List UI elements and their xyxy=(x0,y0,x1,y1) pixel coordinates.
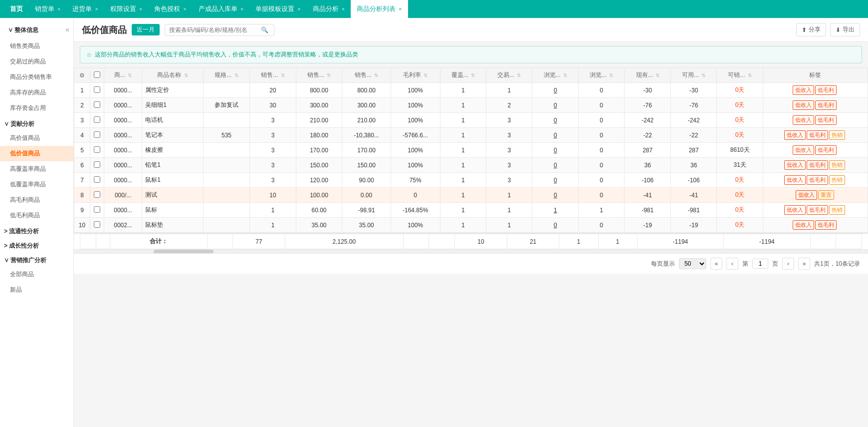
sidebar-item-low-margin[interactable]: 低毛利商品 xyxy=(0,208,73,223)
sidebar-item-category-sales-rate[interactable]: 商品分类销售率 xyxy=(0,69,73,85)
view-link[interactable]: 0 xyxy=(554,132,557,139)
row-view1[interactable]: 0 xyxy=(532,158,578,173)
sidebar-item-sales-goods[interactable]: 销售类商品 xyxy=(0,38,73,54)
data-table-container[interactable]: ⚙ 商... ⇅ 商品名称 ⇅ 规格... ⇅ 销售... ⇅ 销售... ⇅ … xyxy=(74,67,868,233)
next-page-btn[interactable]: › xyxy=(782,258,794,270)
sidebar-item-stock-capital[interactable]: 库存资金占用 xyxy=(0,100,73,116)
search-input[interactable] xyxy=(169,26,259,33)
row-checkbox[interactable] xyxy=(94,101,100,108)
row-checkbox[interactable] xyxy=(94,161,100,168)
first-page-btn[interactable]: « xyxy=(710,258,722,270)
search-icon[interactable]: 🔍 xyxy=(261,26,268,33)
sidebar-item-high-margin[interactable]: 高毛利商品 xyxy=(0,192,73,208)
sidebar-group-circulation[interactable]: > 流通性分析 xyxy=(0,223,73,238)
sidebar-item-high-stock[interactable]: 高库存的商品 xyxy=(0,85,73,100)
sidebar-item-new-goods[interactable]: 新品 xyxy=(0,282,73,298)
close-product-analysis[interactable]: × xyxy=(342,6,345,12)
period-button[interactable]: 近一月 xyxy=(132,24,160,35)
row-view1[interactable]: 0 xyxy=(532,173,578,188)
view-link[interactable]: 0 xyxy=(554,117,557,124)
nav-order-template[interactable]: 单据模板设置 × xyxy=(249,0,306,18)
row-checkbox-cell[interactable] xyxy=(90,143,104,158)
sidebar-group-marketing[interactable]: ∨ 营销推广分析 xyxy=(0,252,73,267)
row-coverage: 1 xyxy=(440,188,486,203)
page-header: 低价值商品 近一月 🔍 ⬆ 分享 ⬇ 导出 xyxy=(74,18,868,42)
nav-permission[interactable]: 权限设置 × xyxy=(104,0,148,18)
row-checkbox[interactable] xyxy=(94,116,100,123)
row-view1[interactable]: 1 xyxy=(532,203,578,218)
row-view1[interactable]: 0 xyxy=(532,113,578,128)
close-product-analysis-list[interactable]: × xyxy=(399,6,402,12)
row-checkbox-cell[interactable] xyxy=(90,218,104,233)
view-link[interactable]: 1 xyxy=(554,207,557,214)
row-checkbox-cell[interactable] xyxy=(90,83,104,98)
sidebar-group-growth[interactable]: > 成长性分析 xyxy=(0,238,73,252)
sidebar-item-low-value[interactable]: 低价值商品 xyxy=(0,146,73,161)
sidebar-item-high-coverage[interactable]: 高覆盖率商品 xyxy=(0,161,73,177)
row-no: 3 xyxy=(74,113,90,128)
sidebar-item-high-value[interactable]: 高价值商品 xyxy=(0,130,73,146)
nav-sales-order[interactable]: 销货单 × xyxy=(29,0,66,18)
close-order-template[interactable]: × xyxy=(297,6,300,12)
row-checkbox[interactable] xyxy=(94,176,100,183)
row-checkbox-cell[interactable] xyxy=(90,203,104,218)
nav-product-inbound[interactable]: 产成品入库单 × xyxy=(193,0,249,18)
page-input[interactable] xyxy=(752,259,768,269)
view-link[interactable]: 0 xyxy=(554,87,557,94)
row-checkbox-cell[interactable] xyxy=(90,98,104,113)
close-role-auth[interactable]: × xyxy=(183,6,186,12)
prev-page-btn[interactable]: ‹ xyxy=(726,258,738,270)
sidebar-group-overall[interactable]: ∨ 整体信息 xyxy=(4,22,42,36)
share-button[interactable]: ⬆ 分享 xyxy=(796,23,826,36)
view-link[interactable]: 0 xyxy=(554,177,557,184)
page-size-select[interactable]: 50 100 200 xyxy=(679,258,706,269)
row-qty: 1 xyxy=(250,218,296,233)
row-checkbox[interactable] xyxy=(94,221,100,228)
last-page-btn[interactable]: » xyxy=(798,258,810,270)
close-product-inbound[interactable]: × xyxy=(240,6,243,12)
row-view1[interactable]: 0 xyxy=(532,83,578,98)
sidebar-group-contribution[interactable]: ∨ 贡献分析 xyxy=(0,116,73,130)
sidebar-item-low-coverage[interactable]: 低覆盖率商品 xyxy=(0,177,73,192)
view-link[interactable]: 0 xyxy=(554,222,557,229)
export-button[interactable]: ⬇ 导出 xyxy=(830,23,860,36)
nav-role-auth[interactable]: 角色授权 × xyxy=(148,0,192,18)
row-checkbox-cell[interactable] xyxy=(90,113,104,128)
view-link[interactable]: 0 xyxy=(554,102,557,109)
gear-icon[interactable]: ⚙ xyxy=(79,72,85,79)
row-view1[interactable]: 0 xyxy=(532,98,578,113)
row-no: 6 xyxy=(74,158,90,173)
select-all-checkbox[interactable] xyxy=(94,71,100,78)
row-checkbox[interactable] xyxy=(94,191,100,198)
row-sales1: 35.00 xyxy=(296,218,342,233)
row-checkbox[interactable] xyxy=(94,146,100,153)
close-permission[interactable]: × xyxy=(139,6,142,12)
row-checkbox[interactable] xyxy=(94,86,100,93)
sidebar-item-traded-goods[interactable]: 交易过的商品 xyxy=(0,54,73,69)
row-view1[interactable]: 0 xyxy=(532,188,578,203)
view-link[interactable]: 0 xyxy=(554,162,557,169)
sidebar-collapse-btn[interactable]: « xyxy=(65,25,69,33)
nav-home[interactable]: 首页 xyxy=(4,0,29,18)
row-checkbox-cell[interactable] xyxy=(90,173,104,188)
sidebar-item-all-goods[interactable]: 全部商品 xyxy=(0,267,73,282)
row-view1[interactable]: 0 xyxy=(532,143,578,158)
col-gear[interactable]: ⚙ xyxy=(74,68,90,83)
view-link[interactable]: 0 xyxy=(554,192,557,199)
close-purchase-order[interactable]: × xyxy=(95,6,98,12)
row-checkbox[interactable] xyxy=(94,131,100,138)
nav-product-analysis[interactable]: 商品分析 × xyxy=(307,0,351,18)
close-sales-order[interactable]: × xyxy=(57,6,60,12)
row-checkbox-cell[interactable] xyxy=(90,158,104,173)
nav-product-analysis-list[interactable]: 商品分析列表 × xyxy=(351,0,408,18)
row-checkbox[interactable] xyxy=(94,206,100,213)
view-link[interactable]: 0 xyxy=(554,147,557,154)
share-icon: ⬆ xyxy=(802,26,807,33)
nav-purchase-order[interactable]: 进货单 × xyxy=(66,0,104,18)
row-view1[interactable]: 0 xyxy=(532,218,578,233)
row-code: 0000... xyxy=(104,98,142,113)
row-checkbox-cell[interactable] xyxy=(90,188,104,203)
row-view1[interactable]: 0 xyxy=(532,128,578,143)
row-checkbox-cell[interactable] xyxy=(90,128,104,143)
horizontal-scrollbar[interactable] xyxy=(74,249,868,253)
